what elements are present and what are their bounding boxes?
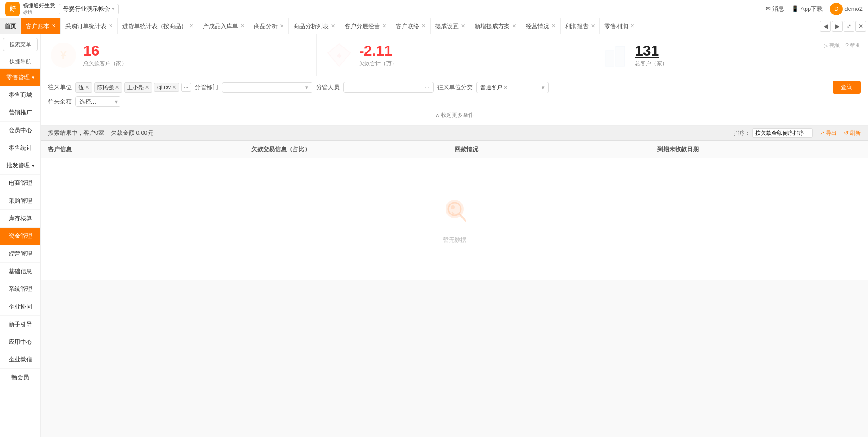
tab-product-analysis-list[interactable]: 商品分析列表 ✕: [289, 18, 340, 34]
remove-tag-chen[interactable]: ✕: [115, 85, 119, 90]
chevron-down-icon: ▾: [32, 163, 34, 169]
logo-main: 畅捷通好生意: [23, 2, 55, 10]
remove-tag-wu[interactable]: ✕: [85, 85, 89, 90]
user-name: demo2: [844, 5, 863, 12]
sidebar-item-member-center[interactable]: 会员中心: [0, 122, 40, 139]
sidebar-item-finance[interactable]: 资金管理: [0, 228, 40, 245]
video-help-btn[interactable]: ▷ 视频: [824, 42, 840, 49]
svg-point-12: [451, 205, 455, 209]
message-btn[interactable]: ✉ 消息: [766, 5, 784, 13]
sidebar-item-wholesale[interactable]: 批发管理 ▾: [0, 157, 40, 175]
question-circle-icon: ?: [845, 43, 849, 49]
person-input[interactable]: ···: [343, 82, 434, 93]
refresh-button[interactable]: ↺ 刷新: [844, 129, 861, 137]
search-menu-button[interactable]: 搜索菜单: [3, 38, 38, 51]
content-area: ¥ 16 总欠款客户（家） ◆ -2.11: [41, 34, 868, 437]
close-icon[interactable]: ✕: [52, 23, 56, 29]
sidebar-item-enterprise-collab[interactable]: 企业协同: [0, 298, 40, 316]
export-button[interactable]: ↗ 导出: [820, 129, 837, 137]
tab-product-analysis[interactable]: 商品分析 ✕: [249, 18, 289, 34]
tab-next-arrow[interactable]: ▶: [832, 21, 843, 32]
tab-retail-profit[interactable]: 零售利润 ✕: [600, 18, 639, 34]
sort-select[interactable]: 按欠款金额倒序排序: [752, 128, 813, 138]
store-selector[interactable]: 母婴行业演示帐套 ▾: [59, 4, 119, 14]
close-icon[interactable]: ✕: [280, 23, 284, 29]
tab-expand-icon[interactable]: ⤢: [844, 21, 854, 32]
sidebar-item-marketing[interactable]: 营销推广: [0, 104, 40, 122]
sidebar-item-retail-management[interactable]: 零售管理 ▾: [0, 69, 40, 86]
close-icon[interactable]: ✕: [109, 23, 113, 29]
sidebar-item-retail-mall[interactable]: 零售商城: [0, 86, 40, 104]
more-tags-btn[interactable]: ···: [181, 83, 191, 92]
top-bar-right: ✉ 消息 📱 App下载 D demo2: [766, 3, 863, 15]
tab-operations[interactable]: 经营情况 ✕: [521, 18, 561, 34]
stats-bar: ¥ 16 总欠款客户（家） ◆ -2.11: [41, 34, 868, 76]
tab-profit-report[interactable]: 利润报告 ✕: [561, 18, 600, 34]
more-options-icon[interactable]: ···: [424, 84, 430, 91]
sidebar-item-vip[interactable]: 畅会员: [0, 369, 40, 386]
sidebar-item-retail-stats[interactable]: 零售统计: [0, 139, 40, 157]
app-download-btn[interactable]: 📱 App下载: [791, 5, 823, 13]
sidebar-item-procurement[interactable]: 采购管理: [0, 192, 40, 210]
unit-tag-cjttcw: cjttcw ✕: [154, 83, 179, 92]
remove-category-tag[interactable]: ✕: [504, 85, 508, 90]
tab-purchase-order-stats[interactable]: 采购订单统计表 ✕: [61, 18, 118, 34]
sidebar-item-operations-mgmt[interactable]: 经营管理: [0, 245, 40, 263]
close-icon[interactable]: ✕: [240, 23, 245, 29]
collapse-button[interactable]: ∧ 收起更多条件: [436, 111, 474, 119]
category-input[interactable]: 普通客户 ✕ ▾: [476, 82, 549, 93]
app-label: App下载: [801, 5, 823, 13]
close-icon[interactable]: ✕: [422, 23, 426, 29]
tab-purchase-stats-by-product[interactable]: 进货单统计表（按商品） ✕: [118, 18, 198, 34]
close-icon[interactable]: ✕: [591, 23, 595, 29]
unit-tags: 伍 ✕ 陈民强 ✕ 王小亮 ✕ cjttcw ✕ ···: [75, 82, 191, 93]
sidebar-item-ecommerce[interactable]: 电商管理: [0, 175, 40, 192]
tab-product-storage[interactable]: 产成品入库单 ✕: [198, 18, 249, 34]
unit-tag-chen: 陈民强 ✕: [94, 82, 122, 93]
tab-customer-contact[interactable]: 客户联络 ✕: [391, 18, 431, 34]
close-icon[interactable]: ✕: [630, 23, 634, 29]
main-layout: 搜索菜单 快捷导航 零售管理 ▾ 零售商城 营销推广 会员中心 零售统计 批发管…: [0, 34, 868, 437]
close-icon[interactable]: ✕: [551, 23, 556, 29]
tab-close-all-icon[interactable]: ✕: [855, 21, 866, 32]
query-button[interactable]: 查询: [833, 81, 861, 94]
user-menu[interactable]: D demo2: [830, 3, 863, 15]
close-icon[interactable]: ✕: [512, 23, 516, 29]
close-icon[interactable]: ✕: [189, 23, 193, 29]
remain-select[interactable]: 选择...: [75, 96, 120, 107]
diamond-icon: ◆: [326, 42, 353, 69]
remove-tag-wang[interactable]: ✕: [145, 85, 149, 90]
close-icon[interactable]: ✕: [461, 23, 465, 29]
tab-home[interactable]: 首页: [0, 18, 21, 34]
sidebar-item-inventory[interactable]: 库存核算: [0, 210, 40, 228]
remove-tag-cjttcw[interactable]: ✕: [172, 85, 176, 90]
tab-add-commission[interactable]: 新增提成方案 ✕: [470, 18, 521, 34]
sidebar-item-enterprise-wechat[interactable]: 企业微信: [0, 351, 40, 369]
sidebar-item-app-center[interactable]: 应用中心: [0, 333, 40, 351]
top-bar-left: 好 畅捷通好生意 标版 母婴行业演示帐套 ▾: [5, 2, 119, 16]
tab-customer-ledger[interactable]: 客户账本 ✕: [21, 18, 61, 34]
stat-number-amount: -2.11: [359, 43, 397, 58]
help-btn[interactable]: ? 帮助: [845, 42, 861, 49]
yuan-icon: ¥: [50, 42, 77, 69]
chevron-down-icon: ▾: [542, 84, 545, 91]
close-icon[interactable]: ✕: [331, 23, 335, 29]
sidebar-item-system[interactable]: 系统管理: [0, 280, 40, 298]
nav-tabs-bar: 首页 客户账本 ✕ 采购订单统计表 ✕ 进货单统计表（按商品） ✕ 产成品入库单…: [0, 18, 868, 34]
sidebar-item-basic-info[interactable]: 基础信息: [0, 263, 40, 280]
tab-customer-stratification[interactable]: 客户分层经营 ✕: [340, 18, 391, 34]
quick-nav-button[interactable]: 快捷导航: [0, 55, 40, 69]
no-data-icon: [436, 195, 473, 231]
play-circle-icon: ▷: [824, 43, 828, 49]
logo-sub: 标版: [23, 9, 55, 15]
category-label: 往来单位分类: [437, 83, 473, 91]
tab-commission-settings[interactable]: 提成设置 ✕: [431, 18, 470, 34]
close-icon[interactable]: ✕: [382, 23, 386, 29]
tab-prev-arrow[interactable]: ◀: [820, 21, 831, 32]
result-actions: 排序： 按欠款金额倒序排序 ↗ 导出 ↺ 刷新: [734, 128, 861, 138]
dept-input[interactable]: ▾: [222, 82, 312, 93]
filter-row-1: 往来单位 伍 ✕ 陈民强 ✕ 王小亮 ✕ cjttcw: [48, 81, 861, 94]
sidebar-item-newbie-guide[interactable]: 新手引导: [0, 316, 40, 333]
person-label: 分管人员: [316, 83, 340, 91]
stat-number-total: 131: [635, 43, 667, 58]
